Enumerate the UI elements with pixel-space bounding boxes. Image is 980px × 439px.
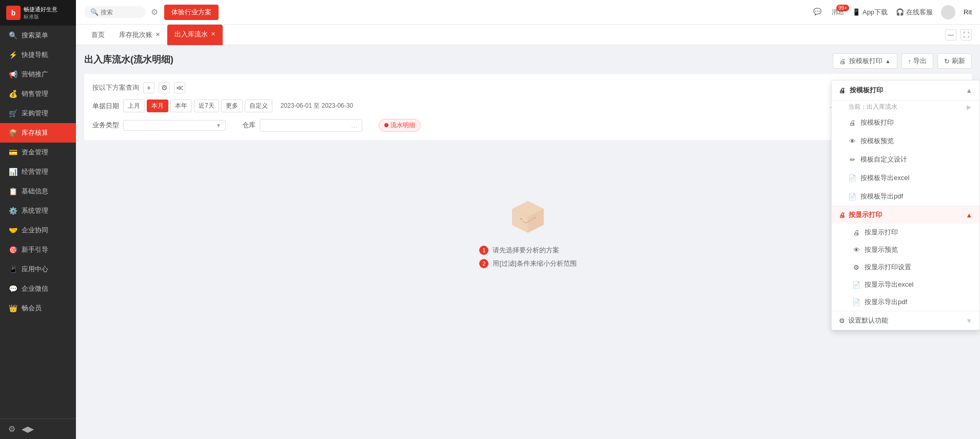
sidebar-label-search: 搜索菜单 xyxy=(22,31,48,40)
tabs-right: — ⛶ xyxy=(945,29,972,41)
step-num-1: 1 xyxy=(479,246,488,255)
sidebar-item-cooperation[interactable]: 🤝 企业协同 xyxy=(0,221,76,240)
search-input[interactable] xyxy=(101,9,142,16)
sidebar-item-marketing[interactable]: 📢 营销推广 xyxy=(0,65,76,84)
dp-item-template-print[interactable]: 🖨 按模板打印 xyxy=(832,113,979,132)
dp-footer-label: 设置默认功能 xyxy=(848,316,888,325)
sidebar-item-purchase[interactable]: 🛒 采购管理 xyxy=(0,104,76,123)
app-download-btn[interactable]: 📱 App下载 xyxy=(852,8,888,17)
search-icon: 🔍 xyxy=(8,31,17,40)
warehouse-select[interactable]: … xyxy=(260,119,362,132)
topbar-search[interactable]: 🔍 xyxy=(84,6,146,18)
print-dropdown-panel: 🖨 按模板打印 ▲ 当前：出入库流水 ▶ 🖨 按模板打印 👁 按模板预览 xyxy=(831,80,980,330)
industry-btn[interactable]: 体验行业方案 xyxy=(164,5,219,20)
filter-add-btn[interactable]: + xyxy=(143,82,154,93)
sidebar-item-operation[interactable]: 📊 经营管理 xyxy=(0,162,76,182)
tab-batch[interactable]: 库存批次账 ✕ xyxy=(112,25,167,45)
topbar-left: 🔍 ⚙ 体验行业方案 xyxy=(84,5,813,20)
sidebar-item-system[interactable]: ⚙️ 系统管理 xyxy=(0,201,76,221)
template-custom-label: 模板自定义设计 xyxy=(860,155,907,164)
sidebar-item-inventory[interactable]: 📦 库存核算 xyxy=(0,123,76,143)
message-icon-btn[interactable]: 💬 99+ 消息 xyxy=(813,8,844,16)
export-btn[interactable]: ↑ 导出 xyxy=(901,53,934,69)
display-print-icon: 🖨 xyxy=(852,228,860,236)
tab-flow[interactable]: 出入库流水 ✕ xyxy=(167,25,223,45)
dp-item-template-preview[interactable]: 👁 按模板预览 xyxy=(832,132,979,150)
sidebar-settings-icon[interactable]: ⚙ xyxy=(8,424,15,434)
refresh-btn[interactable]: ↻ 刷新 xyxy=(937,53,972,69)
sidebar-label-guide: 新手引导 xyxy=(22,245,48,254)
dp-collapse-arrow[interactable]: ▲ xyxy=(966,87,972,94)
dp-current-label: 当前：出入库流水 xyxy=(848,103,897,111)
empty-step-2: 2 用[过滤]条件来缩小分析范围 xyxy=(479,259,576,268)
filter-tag: 流水明细 xyxy=(379,119,421,132)
dp-display-header[interactable]: 🖨 按显示打印 ▲ xyxy=(832,206,979,224)
refresh-icon: ↻ xyxy=(944,57,950,65)
business-type-select[interactable]: ▼ xyxy=(123,120,226,131)
sidebar-label-purchase: 采购管理 xyxy=(22,109,48,118)
display-print-header-icon: 🖨 xyxy=(839,211,846,219)
sidebar-item-search[interactable]: 🔍 搜索菜单 xyxy=(0,26,76,45)
settings-gear-icon[interactable]: ⚙ xyxy=(151,7,158,17)
tab-flow-label: 出入库流水 xyxy=(174,30,208,39)
template-print-label: 按模板打印 xyxy=(860,118,894,127)
empty-steps: 1 请先选择要分析的方案 2 用[过滤]条件来缩小分析范围 xyxy=(479,246,576,268)
dp-item-template-export-excel[interactable]: 📄 按模板导出excel xyxy=(832,169,979,187)
sidebar-collapse-icon[interactable]: ◀▶ xyxy=(22,424,34,434)
svg-point-7 xyxy=(534,217,536,219)
date-btn-this-month[interactable]: 本月 xyxy=(147,99,168,112)
content-area: 出入库流水(流水明细) 🖨 按模板打印 ▲ ↑ 导出 ↻ 刷新 按以下方案查询 … xyxy=(76,45,980,439)
dp-item-display-export-pdf[interactable]: 📄 按显示导出pdf xyxy=(832,293,979,311)
user-avatar[interactable] xyxy=(941,5,955,19)
content-action-bar: 🖨 按模板打印 ▲ ↑ 导出 ↻ 刷新 xyxy=(833,53,972,69)
sidebar-item-wechat[interactable]: 💬 企业微信 xyxy=(0,279,76,298)
step-num-2: 2 xyxy=(479,259,488,268)
logo-icon: b xyxy=(6,6,21,20)
tab-home[interactable]: 首页 xyxy=(84,25,112,45)
template-export-excel-label: 按模板导出excel xyxy=(860,173,909,183)
dp-item-display-export-excel[interactable]: 📄 按显示导出excel xyxy=(832,276,979,293)
date-btn-7days[interactable]: 近7天 xyxy=(194,99,219,112)
sidebar-item-member[interactable]: 👑 畅会员 xyxy=(0,298,76,318)
tab-batch-close[interactable]: ✕ xyxy=(155,31,160,38)
date-btn-custom[interactable]: 自定义 xyxy=(245,99,272,112)
date-btn-last-month[interactable]: 上月 xyxy=(123,99,145,112)
dp-item-display-print[interactable]: 🖨 按显示打印 xyxy=(832,224,979,241)
dp-item-display-print-settings[interactable]: ⚙ 按显示打印设置 xyxy=(832,258,979,276)
sidebar-item-apps[interactable]: 📱 应用中心 xyxy=(0,260,76,279)
date-btn-this-year[interactable]: 本年 xyxy=(170,99,192,112)
dp-item-display-preview[interactable]: 👁 按显示预览 xyxy=(832,241,979,258)
print-template-btn[interactable]: 🖨 按模板打印 ▲ xyxy=(833,53,897,69)
dp-current-arrow[interactable]: ▶ xyxy=(967,104,971,111)
dp-footer[interactable]: ⚙ 设置默认功能 ▼ xyxy=(832,311,979,330)
filter-collapse-btn[interactable]: ≪ xyxy=(174,82,185,93)
online-service-label: 在线客服 xyxy=(906,8,933,17)
sidebar-item-quick-nav[interactable]: ⚡ 快捷导航 xyxy=(0,45,76,65)
export-icon: ↑ xyxy=(908,57,912,65)
dp-item-template-custom[interactable]: ✏ 模板自定义设计 xyxy=(832,150,979,169)
sidebar: b 畅捷通好生意 标准版 🔍 搜索菜单 ⚡ 快捷导航 📢 营销推广 💰 销售管理… xyxy=(0,0,76,439)
sidebar-item-finance[interactable]: 💳 资金管理 xyxy=(0,143,76,162)
dp-display-arrow[interactable]: ▲ xyxy=(966,211,972,219)
tab-minimize-btn[interactable]: — xyxy=(945,29,956,41)
sidebar-item-basic[interactable]: 📋 基础信息 xyxy=(0,182,76,201)
filter-settings-btn[interactable]: ⚙ xyxy=(159,82,170,93)
template-custom-icon: ✏ xyxy=(848,155,856,164)
sidebar-label-wechat: 企业微信 xyxy=(22,284,48,293)
message-badge: 99+ xyxy=(836,5,849,11)
sidebar-item-guide[interactable]: 🎯 新手引导 xyxy=(0,240,76,260)
topbar: 🔍 ⚙ 体验行业方案 💬 99+ 消息 📱 App下载 🎧 在线客服 Rit xyxy=(76,0,980,25)
online-service-btn[interactable]: 🎧 在线客服 xyxy=(896,8,933,17)
tab-maximize-btn[interactable]: ⛶ xyxy=(961,29,972,41)
dp-footer-icon: ⚙ xyxy=(839,317,845,325)
date-btn-more[interactable]: 更多 xyxy=(221,99,243,112)
sidebar-label-apps: 应用中心 xyxy=(22,265,48,274)
display-print-header-label: 按显示打印 xyxy=(849,210,882,220)
dp-item-template-export-pdf[interactable]: 📄 按模板导出pdf xyxy=(832,187,979,206)
warehouse-label: 仓库 xyxy=(242,121,256,130)
tag-label: 流水明细 xyxy=(390,121,415,130)
dp-footer-arrow[interactable]: ▼ xyxy=(966,317,972,325)
warehouse-more[interactable]: … xyxy=(351,122,358,129)
sidebar-item-sales[interactable]: 💰 销售管理 xyxy=(0,84,76,104)
tab-flow-close[interactable]: ✕ xyxy=(211,31,215,37)
